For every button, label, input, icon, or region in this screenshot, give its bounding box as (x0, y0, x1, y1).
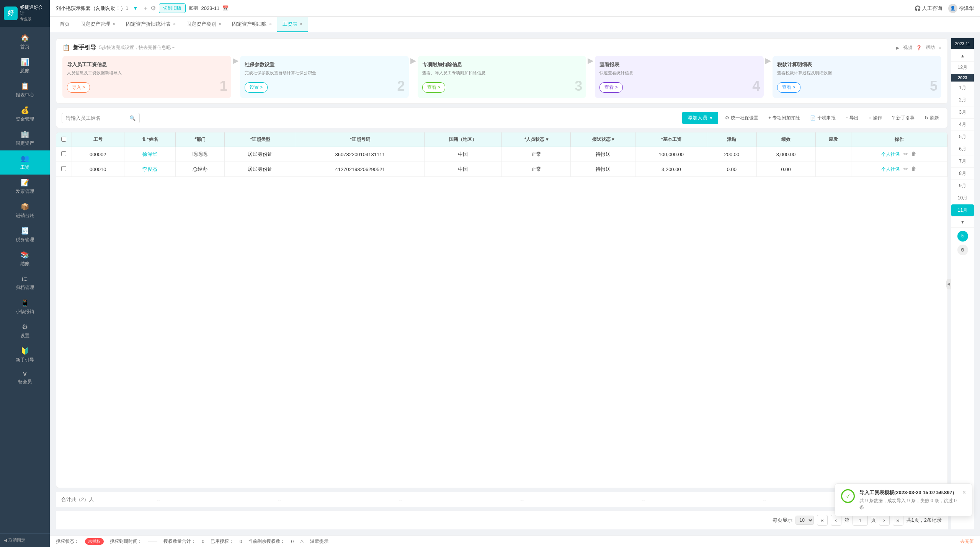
per-page-select[interactable]: 10 20 50 (795, 516, 814, 525)
month-up-button[interactable]: ▲ (951, 51, 974, 62)
recharge-button[interactable]: 去充值 (960, 538, 974, 545)
step-4-btn[interactable]: 查看 > (599, 82, 622, 93)
month-6[interactable]: 6月 (951, 143, 974, 155)
row1-edit-icon[interactable]: ✏ (903, 151, 908, 157)
row2-select-checkbox[interactable] (61, 166, 66, 171)
step-5-btn[interactable]: 查看 > (777, 82, 800, 93)
sidebar-item-home[interactable]: 🏠 首页 (0, 30, 50, 54)
tab-depreciation[interactable]: 固定资产折旧统计表 × (121, 17, 181, 32)
status-filter-icon[interactable]: ▾ (546, 137, 548, 142)
row2-report-status: 待报送 (571, 162, 635, 177)
sort-icon[interactable]: ⇅ (142, 137, 146, 142)
tab-fixed-assets-close[interactable]: × (113, 21, 115, 27)
step-2-btn[interactable]: 设置 > (245, 82, 268, 93)
step-1-btn[interactable]: 导入 > (67, 82, 90, 93)
calendar-icon[interactable]: 📅 (222, 5, 229, 11)
step-3-btn[interactable]: 查看 > (422, 82, 445, 93)
cancel-fixed-button[interactable]: ◀ 取消固定 (4, 537, 46, 543)
report-filter-icon[interactable]: ▾ (612, 137, 614, 142)
month-7[interactable]: 7月 (951, 155, 974, 168)
month-8[interactable]: 8月 (951, 168, 974, 180)
row2-social-ins-link[interactable]: 个人社保 (881, 167, 900, 172)
step-1-num: 1 (220, 78, 227, 94)
remain-value: 0 (291, 539, 294, 544)
sidebar-item-funds[interactable]: 💰 资金管理 (0, 102, 50, 126)
panel-collapse-icon[interactable]: ◀ (946, 279, 951, 289)
guide-close-icon[interactable]: × (939, 45, 941, 51)
row1-name-link[interactable]: 徐泽华 (142, 151, 157, 157)
guide-action[interactable]: ? 新手引导 (889, 113, 918, 123)
social-security-action[interactable]: ⚙ 统一社保设置 (722, 113, 761, 123)
row2-delete-icon[interactable]: 🗑 (911, 166, 916, 172)
page-next-button[interactable]: › (879, 515, 890, 526)
row2-edit-icon[interactable]: ✏ (903, 166, 908, 172)
video-icon: ▶ (896, 45, 899, 51)
tab-asset-detail[interactable]: 固定资产明细账 × (227, 17, 277, 32)
calendar-settings-icon[interactable]: ⚙ (957, 245, 968, 255)
sidebar-item-tax[interactable]: 🧾 税务管理 (0, 223, 50, 247)
tab-payroll-close[interactable]: × (300, 21, 302, 27)
row2-name-link[interactable]: 李俊杰 (142, 166, 157, 172)
tab-payroll[interactable]: 工资表 × (277, 17, 308, 32)
tab-asset-detail-close[interactable]: × (269, 21, 272, 27)
month-3[interactable]: 3月 (951, 106, 974, 119)
row1-social-ins-link[interactable]: 个人社保 (881, 152, 900, 157)
toast-success-icon: ✓ (841, 489, 855, 503)
add-account-icon[interactable]: + (144, 5, 147, 12)
deduction-action[interactable]: + 专项附加扣除 (765, 113, 803, 123)
search-input[interactable] (66, 115, 127, 121)
guide-help-label[interactable]: 帮助 (926, 44, 935, 51)
export-action[interactable]: ↑ 导出 (843, 113, 862, 123)
sync-icon[interactable]: ↻ (957, 231, 968, 242)
month-10[interactable]: 10月 (951, 192, 974, 204)
tab-fixed-assets[interactable]: 固定资产管理 × (75, 17, 121, 32)
row1-select-checkbox[interactable] (61, 151, 66, 156)
tax-declare-action[interactable]: 📄 个税申报 (807, 113, 839, 123)
topbar-actions: + ⚙ 切到旧版 账期 2023-11 📅 (144, 3, 229, 13)
page-prev-button[interactable]: ‹ (831, 515, 841, 526)
right-panel: ◀ 2023.11 ▲ 12月 2023 1月 2月 3月 4月 5月 6月 7… (951, 38, 974, 529)
select-all-checkbox[interactable] (61, 137, 66, 142)
month-11[interactable]: 11月 (951, 204, 974, 217)
add-person-button[interactable]: 添加人员 ▼ (682, 112, 718, 124)
page-last-button[interactable]: » (893, 515, 903, 526)
guide-video-label[interactable]: 视频 (903, 44, 912, 51)
sidebar-item-expense[interactable]: 📱 小畅报销 (0, 295, 50, 319)
sidebar-item-guide[interactable]: 🔰 新手引导 (0, 343, 50, 367)
consultant-button[interactable]: 🎧 人工咨询 (915, 5, 942, 12)
settings-gear-icon[interactable]: ⚙ (150, 5, 156, 12)
tab-asset-category-close[interactable]: × (219, 21, 221, 27)
month-2[interactable]: 2月 (951, 94, 974, 106)
tab-asset-category[interactable]: 固定资产类别 × (181, 17, 227, 32)
search-icon[interactable]: 🔍 (129, 115, 136, 121)
toast-close-button[interactable]: × (962, 489, 966, 496)
month-5[interactable]: 5月 (951, 131, 974, 143)
row1-basic-salary: 100,000.00 (635, 147, 707, 162)
month-4[interactable]: 4月 (951, 119, 974, 131)
sidebar-item-settings[interactable]: ⚙ 设置 (0, 319, 50, 343)
page-number-input[interactable] (853, 515, 868, 526)
month-12-prev[interactable]: 12月 (951, 62, 974, 74)
sidebar-item-stock[interactable]: 📦 进销台账 (0, 199, 50, 223)
expire-value: —— (148, 539, 157, 544)
sidebar-item-assets[interactable]: 🏢 固定资产 (0, 126, 50, 150)
month-1[interactable]: 1月 (951, 82, 974, 94)
month-9[interactable]: 9月 (951, 180, 974, 192)
sidebar-item-vip[interactable]: V 畅会员 (0, 367, 50, 389)
operations-action[interactable]: ≡ 操作 (866, 113, 885, 123)
month-down-button[interactable]: ▼ (951, 217, 974, 228)
sidebar-item-invoice[interactable]: 📝 发票管理 (0, 175, 50, 199)
tab-home[interactable]: 首页 (54, 17, 75, 32)
switch-version-button[interactable]: 切到旧版 (159, 3, 186, 13)
refresh-action[interactable]: ↻ 刷新 (921, 113, 942, 123)
sidebar-item-archive[interactable]: 🗂 归档管理 (0, 271, 50, 295)
sidebar-item-report[interactable]: 📋 报表中心 (0, 78, 50, 102)
account-dropdown-icon[interactable]: ▼ (133, 5, 138, 11)
row1-delete-icon[interactable]: 🗑 (911, 151, 916, 157)
sidebar-item-close[interactable]: 📚 结账 (0, 247, 50, 271)
sidebar-item-ledger[interactable]: 📊 总账 (0, 54, 50, 78)
tab-depreciation-close[interactable]: × (173, 21, 176, 27)
page-first-button[interactable]: « (817, 515, 828, 526)
main-area: 刘小艳演示账套（勿删勿动！）1 ▼ + ⚙ 切到旧版 账期 2023-11 📅 … (50, 0, 980, 547)
sidebar-item-payroll[interactable]: 👥 工资 (0, 150, 50, 175)
